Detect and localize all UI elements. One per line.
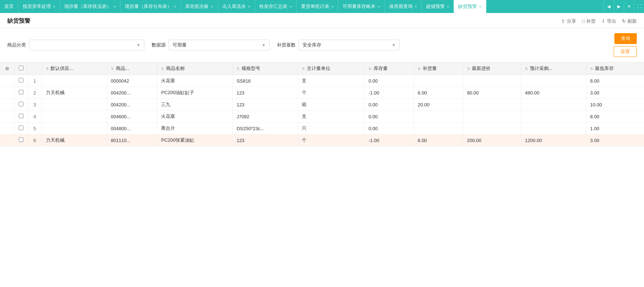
- row-settings-cell: [0, 134, 14, 146]
- datasource-value: 可用量: [173, 42, 187, 48]
- datasource-select[interactable]: 可用量 ▼: [169, 40, 270, 50]
- tab-current-stock-dist[interactable]: 现存量（库存分布表） ×: [121, 0, 181, 13]
- tab-expand-button[interactable]: ⛶: [634, 0, 644, 13]
- replenish-base-value: 安全库存: [303, 42, 321, 48]
- th-estimated-purchase[interactable]: ⇅ 预计采购...: [521, 62, 587, 75]
- row-checkbox[interactable]: [19, 137, 23, 142]
- row-checkbox-cell[interactable]: [14, 75, 27, 87]
- tab-collect-summary[interactable]: 收发存汇总表 ×: [255, 0, 296, 13]
- tab-requisition-stats[interactable]: 要货单统计表 ×: [297, 0, 338, 13]
- share-button[interactable]: ⇧ 分享: [561, 18, 576, 25]
- th-settings[interactable]: ⚙: [0, 62, 14, 75]
- settings-button[interactable]: 设置: [614, 46, 637, 57]
- row-spec: DS250*23c...: [233, 123, 298, 134]
- row-index: 1: [27, 75, 42, 87]
- row-min-stock: 8.00: [586, 111, 644, 123]
- row-stock: 0.00: [365, 123, 414, 134]
- tab-close-icon[interactable]: ×: [113, 4, 116, 9]
- row-product-code: 801110...: [107, 134, 157, 146]
- row-checkbox-cell[interactable]: [14, 111, 27, 123]
- row-unit: 个: [298, 134, 365, 146]
- row-unit: 只: [298, 123, 365, 134]
- tab-close-icon[interactable]: ×: [53, 4, 55, 9]
- tab-close-icon[interactable]: ×: [415, 4, 417, 9]
- row-stock: 0.00: [365, 99, 414, 111]
- row-supplier: [42, 123, 107, 134]
- tab-close-icon[interactable]: ×: [479, 4, 481, 9]
- row-checkbox-cell[interactable]: [14, 99, 27, 111]
- row-checkbox-cell[interactable]: [14, 87, 27, 99]
- row-unit: 支: [298, 75, 365, 87]
- replenish-button[interactable]: □ 补货: [582, 18, 596, 25]
- table-header-row: ⚙ ⇅ 默认供应... ⇅ 商品... ⇅: [0, 62, 644, 75]
- th-latest-price[interactable]: ⇅ 最新进价: [463, 62, 521, 75]
- th-stock[interactable]: ⇅ 库存量: [365, 62, 414, 75]
- row-product-code: 004800...: [107, 123, 157, 134]
- replenish-base-dropdown-icon: ▼: [392, 43, 396, 47]
- tab-close-all-button[interactable]: ✕: [624, 0, 634, 13]
- tab-expiry-query[interactable]: 保质期查询 ×: [385, 0, 422, 13]
- refresh-button[interactable]: ↻ 刷新: [622, 18, 637, 25]
- datasource-dropdown-icon: ▼: [262, 43, 266, 47]
- th-replenish[interactable]: ⇅ 补货量: [414, 62, 463, 75]
- tab-current-stock-status[interactable]: 现存量（库存状况表） ×: [60, 0, 120, 13]
- main-table: ⚙ ⇅ 默认供应... ⇅ 商品... ⇅: [0, 62, 644, 146]
- tab-batch-account[interactable]: 库存批次账 ×: [181, 0, 218, 13]
- tab-picking-exception[interactable]: 拣货异常处理 ×: [18, 0, 60, 13]
- th-supplier[interactable]: ⇅ 默认供应...: [42, 62, 107, 75]
- row-checkbox-cell[interactable]: [14, 134, 27, 146]
- row-checkbox[interactable]: [19, 114, 23, 118]
- th-product-code[interactable]: ⇅ 商品...: [107, 62, 157, 75]
- row-replenish: [414, 123, 463, 134]
- page-title: 缺货预警: [7, 17, 561, 25]
- tab-shortage-warning[interactable]: 缺货预警 ×: [454, 0, 486, 13]
- row-estimated-purchase: [521, 75, 587, 87]
- tab-close-icon[interactable]: ×: [331, 4, 334, 9]
- action-buttons: 查询 设置: [614, 33, 637, 57]
- row-replenish: 6.00: [414, 87, 463, 99]
- row-checkbox[interactable]: [19, 102, 23, 106]
- tab-inout-flow[interactable]: 出入库流水 ×: [218, 0, 255, 13]
- query-button[interactable]: 查询: [614, 33, 637, 44]
- th-min-stock[interactable]: ⇅ 最低库存: [586, 62, 644, 75]
- row-checkbox[interactable]: [19, 78, 23, 83]
- row-supplier: [42, 99, 107, 111]
- th-unit[interactable]: ⇅ 主计量单位: [298, 62, 365, 75]
- replenish-base-label: 补货基数: [277, 42, 296, 48]
- tab-available-ledger[interactable]: 可用量库存账本 ×: [338, 0, 384, 13]
- tab-close-icon[interactable]: ×: [174, 4, 176, 9]
- row-estimated-purchase: 480.00: [521, 87, 587, 99]
- tab-next-button[interactable]: ▶: [614, 0, 624, 13]
- sort-icon: ⇅: [46, 67, 49, 71]
- row-checkbox-cell[interactable]: [14, 123, 27, 134]
- row-supplier: [42, 111, 107, 123]
- th-product-name[interactable]: ⇅ 商品名称: [157, 62, 233, 75]
- select-all-checkbox[interactable]: [19, 66, 23, 70]
- tab-close-icon[interactable]: ×: [248, 4, 250, 9]
- row-latest-price: [463, 75, 521, 87]
- row-latest-price: 200.00: [463, 134, 521, 146]
- tab-overstock-warning[interactable]: 超储预警 ×: [422, 0, 454, 13]
- page-header: 缺货预警 ⇧ 分享 □ 补货 ⇩ 导出 ↻ 刷新: [0, 13, 644, 28]
- tab-close-icon[interactable]: ×: [290, 4, 292, 9]
- row-replenish: 20.00: [414, 99, 463, 111]
- row-settings-cell: [0, 123, 14, 134]
- row-checkbox[interactable]: [19, 90, 23, 94]
- category-select[interactable]: ▼: [29, 40, 144, 50]
- row-unit: 支: [298, 111, 365, 123]
- replenish-base-select[interactable]: 安全库存 ▼: [299, 40, 400, 50]
- row-settings-cell: [0, 99, 14, 111]
- row-latest-price: [463, 123, 521, 134]
- th-spec[interactable]: ⇅ 规格型号: [233, 62, 298, 75]
- tab-close-icon[interactable]: ×: [211, 4, 213, 9]
- row-checkbox[interactable]: [19, 125, 23, 130]
- th-checkbox[interactable]: [14, 62, 27, 75]
- export-button[interactable]: ⇩ 导出: [601, 18, 616, 25]
- tab-home[interactable]: 首页: [0, 0, 18, 13]
- header-actions: ⇧ 分享 □ 补货 ⇩ 导出 ↻ 刷新: [561, 18, 637, 25]
- gear-icon-th: ⚙: [5, 66, 9, 71]
- tab-prev-button[interactable]: ◀: [604, 0, 614, 13]
- tab-close-icon[interactable]: ×: [447, 4, 449, 9]
- tab-close-icon[interactable]: ×: [378, 4, 380, 9]
- row-product-name: 离合片: [157, 123, 233, 134]
